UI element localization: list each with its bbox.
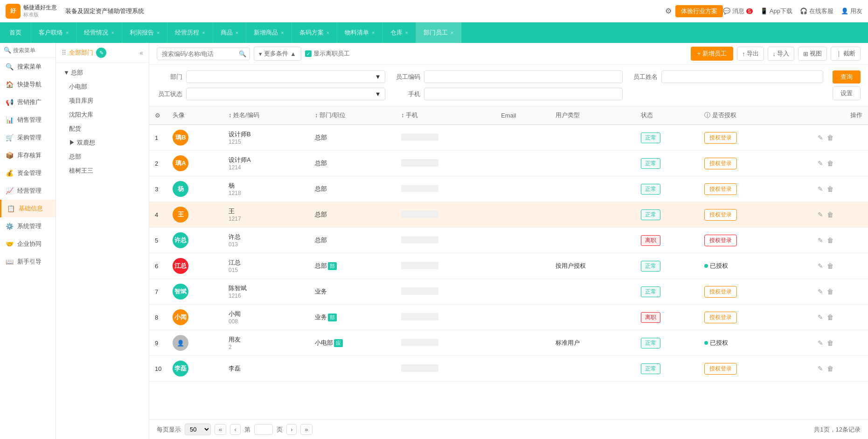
- delete-icon[interactable]: 🗑: [827, 185, 833, 193]
- sidebar-item-快捷导航[interactable]: 🏠快捷导航: [0, 76, 56, 93]
- sidebar-item-采购管理[interactable]: 🛒采购管理: [0, 129, 56, 146]
- first-page-btn[interactable]: «: [215, 424, 226, 435]
- edit-icon[interactable]: ✎: [818, 339, 823, 347]
- dept-tree-item-小电部[interactable]: 小电部: [56, 80, 149, 94]
- row-auth[interactable]: 授权登录: [699, 202, 789, 228]
- row-auth[interactable]: 授权登录: [699, 305, 789, 330]
- nav-tab-商品[interactable]: 商品×: [213, 22, 246, 43]
- edit-icon[interactable]: ✎: [818, 262, 823, 270]
- dept-tree-item-植树王三[interactable]: 植树王三: [56, 164, 149, 178]
- view-button[interactable]: ⊞ 视图: [798, 47, 827, 61]
- collapse-btn[interactable]: «: [139, 49, 143, 56]
- next-page-btn[interactable]: ›: [286, 424, 297, 435]
- auth-login-button[interactable]: 授权登录: [704, 132, 737, 144]
- auth-login-button[interactable]: 授权登录: [704, 158, 737, 169]
- dept-edit-icon[interactable]: ✎: [96, 48, 106, 58]
- query-button[interactable]: 查询: [833, 70, 861, 84]
- row-auth[interactable]: 授权登录: [699, 356, 789, 382]
- sidebar-item-营销推广[interactable]: 📢营销推广: [0, 93, 56, 111]
- reset-button[interactable]: 设置: [833, 86, 861, 100]
- tab-close-icon[interactable]: ×: [66, 30, 69, 35]
- dept-tree-item-双鹿想[interactable]: ▶ 双鹿想: [56, 136, 149, 150]
- nav-tab-经营历程[interactable]: 经营历程×: [167, 22, 213, 43]
- th-name-code[interactable]: ↕ 姓名/编码: [223, 106, 309, 125]
- dept-all-label[interactable]: 全部部门: [69, 49, 93, 57]
- auth-login-button[interactable]: 授权登录: [704, 363, 737, 375]
- auth-login-button[interactable]: 授权登录: [704, 209, 737, 221]
- gear-icon[interactable]: ⚙: [665, 7, 672, 15]
- app-download-btn[interactable]: 📱 App下载: [760, 7, 792, 15]
- export-button[interactable]: ↑ 导出: [737, 47, 764, 61]
- delete-icon[interactable]: 🗑: [827, 211, 833, 218]
- search-icon[interactable]: 🔍: [239, 50, 246, 57]
- sidebar-item-系统管理[interactable]: ⚙️系统管理: [0, 217, 56, 235]
- user-btn[interactable]: 👤 用友: [841, 7, 862, 15]
- sidebar-search-input[interactable]: [13, 47, 52, 54]
- row-auth[interactable]: 已授权: [699, 330, 789, 356]
- sidebar-item-基础信息[interactable]: 📋基础信息: [0, 200, 56, 217]
- filter-btn[interactable]: ▾ 更多条件 ▲: [254, 47, 301, 61]
- last-page-btn[interactable]: »: [300, 424, 312, 435]
- auth-login-button[interactable]: 授权登录: [704, 312, 737, 323]
- nav-tab-条码方案[interactable]: 条码方案×: [292, 22, 337, 43]
- row-auth[interactable]: 已授权: [699, 253, 789, 279]
- delete-icon[interactable]: 🗑: [827, 262, 833, 270]
- nav-tab-新增商品[interactable]: 新增商品×: [246, 22, 292, 43]
- edit-icon[interactable]: ✎: [818, 288, 823, 295]
- sidebar-item-新手引导[interactable]: 📖新手引导: [0, 253, 56, 271]
- nav-tab-利润报告[interactable]: 利润报告×: [122, 22, 167, 43]
- add-employee-button[interactable]: + 新增员工: [691, 47, 733, 61]
- nav-tab-经营情况[interactable]: 经营情况×: [76, 22, 122, 43]
- dept-tree-item-配货[interactable]: 配货: [56, 122, 149, 136]
- nav-tab-部门员工[interactable]: 部门员工×: [416, 22, 461, 43]
- delete-icon[interactable]: 🗑: [827, 160, 833, 167]
- row-auth[interactable]: 授权登录: [699, 176, 789, 202]
- tab-close-icon[interactable]: ×: [236, 30, 238, 35]
- delete-icon[interactable]: 🗑: [827, 365, 833, 372]
- th-phone[interactable]: ↕ 手机: [396, 106, 495, 125]
- auth-login-button[interactable]: 授权登录: [704, 235, 737, 246]
- th-dept-pos[interactable]: ↕ 部门/职位: [309, 106, 396, 125]
- tab-close-icon[interactable]: ×: [202, 30, 205, 35]
- sidebar-item-库存核算[interactable]: 📦库存核算: [0, 146, 56, 164]
- page-size-select[interactable]: 50 100 200: [185, 424, 211, 435]
- dept-tree-item-沈阳大库[interactable]: 沈阳大库: [56, 108, 149, 122]
- edit-icon[interactable]: ✎: [818, 237, 823, 244]
- sidebar-item-企业协同[interactable]: 🤝企业协同: [0, 235, 56, 253]
- nav-tab-客户联络[interactable]: 客户联络×: [31, 22, 76, 43]
- sidebar-item-销售管理[interactable]: 📊销售管理: [0, 111, 56, 129]
- tab-close-icon[interactable]: ×: [326, 30, 329, 35]
- tab-close-icon[interactable]: ×: [281, 30, 284, 35]
- auth-login-button[interactable]: 授权登录: [704, 183, 737, 195]
- sidebar-item-经营管理[interactable]: 📈经营管理: [0, 182, 56, 200]
- delete-icon[interactable]: 🗑: [827, 134, 833, 141]
- edit-icon[interactable]: ✎: [818, 314, 823, 321]
- more-button[interactable]: ｜ 截断: [831, 47, 861, 61]
- import-button[interactable]: ↓ 导入: [768, 47, 795, 61]
- sidebar-item-搜索菜单[interactable]: 🔍搜索菜单: [0, 58, 56, 76]
- emp-status-select[interactable]: ▼: [186, 88, 385, 100]
- edit-icon[interactable]: ✎: [818, 160, 823, 167]
- tab-close-icon[interactable]: ×: [372, 30, 375, 35]
- prev-page-btn[interactable]: ‹: [230, 424, 240, 435]
- nav-tab-首页[interactable]: 首页: [0, 22, 31, 43]
- delete-icon[interactable]: 🗑: [827, 237, 833, 244]
- delete-icon[interactable]: 🗑: [827, 339, 833, 347]
- nav-tab-仓库[interactable]: 仓库×: [383, 22, 416, 43]
- dept-tree-item-总部[interactable]: ▼ 总部: [56, 66, 149, 80]
- nav-tab-物料清单[interactable]: 物料清单×: [337, 22, 382, 43]
- search-input[interactable]: [157, 48, 250, 60]
- page-number-input[interactable]: 1: [254, 424, 273, 435]
- online-service-btn[interactable]: 🎧 在线客服: [800, 7, 833, 15]
- sidebar-item-资金管理[interactable]: 💰资金管理: [0, 164, 56, 182]
- delete-icon[interactable]: 🗑: [827, 288, 833, 295]
- delete-icon[interactable]: 🗑: [827, 314, 833, 321]
- tab-close-icon[interactable]: ×: [157, 30, 160, 35]
- row-auth[interactable]: 授权登录: [699, 279, 789, 305]
- edit-icon[interactable]: ✎: [818, 365, 823, 372]
- phone-input[interactable]: [424, 88, 623, 100]
- tab-close-icon[interactable]: ×: [451, 30, 453, 35]
- emp-code-input[interactable]: [424, 70, 623, 83]
- row-auth[interactable]: 授权登录: [699, 125, 789, 151]
- dept-tree-item-项目库房[interactable]: 项目库房: [56, 94, 149, 108]
